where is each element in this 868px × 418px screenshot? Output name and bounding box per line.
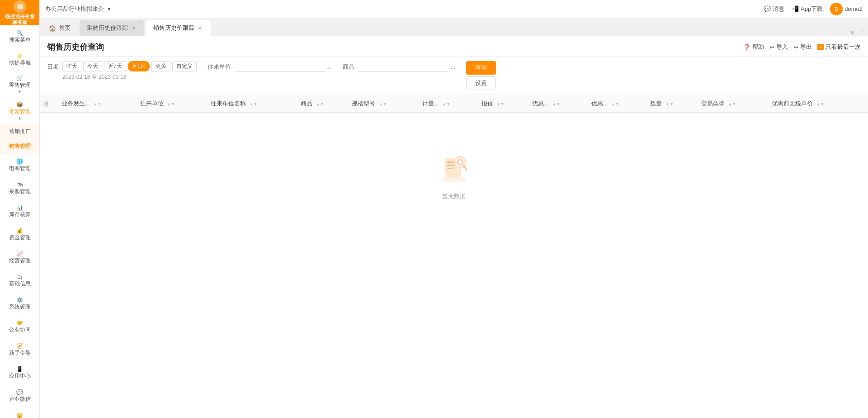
apps-label: 应用中心 <box>9 372 31 380</box>
col-partner-code[interactable]: 往来单位 ▲▼ <box>137 95 207 113</box>
tab-home[interactable]: 🏠 首页 <box>42 20 78 36</box>
sidebar-item-retail[interactable]: 🛒 零售管理 ▼ <box>0 71 40 98</box>
ecommerce-label: 电商管理 <box>9 165 31 172</box>
username-label: demo2 <box>844 5 863 12</box>
sidebar-item-apps[interactable]: 📱 应用中心 <box>0 361 40 385</box>
message-icon: 💬 <box>764 5 771 12</box>
page-content: 销售历史价查询 ❓ 帮助 ↩ 导入 ↪ 导出 ✓ 只看最后一次 <box>40 36 868 418</box>
sort-partner-name-icon: ▲▼ <box>250 102 258 106</box>
col-unit[interactable]: 计量... ▲▼ <box>419 95 478 113</box>
goods-input[interactable] <box>358 61 448 72</box>
member-icon: 👑 <box>16 412 23 418</box>
sidebar-item-marketing[interactable]: 营销推广 <box>0 124 40 139</box>
date-btn-custom[interactable]: 自定义 <box>172 61 197 71</box>
wholesale-arrow-icon: ▲ <box>18 115 22 120</box>
enterprise-icon: 🤝 <box>16 320 23 326</box>
col-discount1[interactable]: 优惠... ▲▼ <box>528 95 588 113</box>
col-spec[interactable]: 规格型号 ▲▼ <box>348 95 419 113</box>
user-menu[interactable]: D demo2 <box>830 3 863 15</box>
maximize-icon[interactable]: ⛶ <box>859 29 864 36</box>
topbar-dropdown-icon[interactable]: ▾ <box>108 5 111 12</box>
tab-sales-close-icon[interactable]: ✕ <box>197 24 203 32</box>
view-last-checkbox[interactable]: ✓ 只看最后一次 <box>817 43 861 51</box>
message-button[interactable]: 💬 消息 <box>764 5 784 13</box>
guide-label: 新手引导 <box>9 349 31 357</box>
import-button[interactable]: ↩ 导入 <box>769 43 788 51</box>
app-download-button[interactable]: 📲 App下载 <box>792 5 823 13</box>
date-btn-7days[interactable]: 近7天 <box>104 61 126 71</box>
apps-icon: 📱 <box>16 366 23 372</box>
empty-state: 暂无数据 <box>40 113 868 237</box>
partner-input[interactable] <box>235 61 325 72</box>
date-btn-1month[interactable]: 近1月 <box>128 61 150 71</box>
sidebar-item-wechat[interactable]: 💬 企业微信 <box>0 385 40 408</box>
sidebar-item-wholesale[interactable]: 📦 批发管理 ▲ <box>0 98 40 124</box>
logo-icon: 畅 <box>13 0 27 14</box>
sidebar: 畅 畅捷通好生意 标准版 🔍 搜索菜单 ⚡ 快捷导航 🛒 零售管理 ▼ 📦 批发… <box>0 0 40 418</box>
col-trade-type-label: 交易类型 <box>701 100 725 107</box>
tab-sales-history[interactable]: 销售历史价跟踪 ✕ <box>146 20 211 36</box>
import-icon: ↩ <box>769 44 774 51</box>
sidebar-item-basic[interactable]: 🗂 基础信息 <box>0 269 40 292</box>
sidebar-item-finance[interactable]: 💰 资金管理 <box>0 223 40 246</box>
col-partner-code-label: 往来单位 <box>140 100 164 107</box>
col-settings-icon[interactable]: ⚙ <box>43 100 49 107</box>
goods-input-dots[interactable]: ... <box>450 63 455 70</box>
sidebar-item-sales[interactable]: 销售管理 <box>0 139 40 154</box>
col-quote[interactable]: 报价 ▲▼ <box>478 95 529 113</box>
page-header: 销售历史价查询 ❓ 帮助 ↩ 导入 ↪ 导出 ✓ 只看最后一次 <box>40 36 868 57</box>
partner-input-dots[interactable]: ... <box>327 63 332 70</box>
sidebar-search-label: 搜索菜单 <box>9 36 31 44</box>
col-goods[interactable]: 商品 ▲▼ <box>297 95 348 113</box>
sidebar-item-operations[interactable]: 📈 经营管理 <box>0 246 40 269</box>
sidebar-item-purchase[interactable]: 🛍 采购管理 <box>0 177 40 200</box>
sidebar-item-search[interactable]: 🔍 搜索菜单 <box>0 25 40 48</box>
col-partner-name[interactable]: 往来单位名称 ▲▼ <box>207 95 297 113</box>
user-avatar: D <box>830 3 843 15</box>
col-biz-date[interactable]: 业务发生... ▲▼ <box>58 95 137 113</box>
export-button[interactable]: ↪ 导出 <box>793 43 812 51</box>
col-trade-type[interactable]: 交易类型 ▲▼ <box>698 95 768 113</box>
close-tab-icon[interactable]: ✕ <box>850 29 855 36</box>
date-btn-yesterday[interactable]: 昨天 <box>62 61 81 71</box>
date-btn-more[interactable]: 更多 <box>151 61 170 71</box>
tab-purchase-history[interactable]: 采购历史价跟踪 ✕ <box>80 20 144 36</box>
empty-text: 暂无数据 <box>442 192 466 200</box>
sidebar-item-member[interactable]: 👑 畅会员 <box>0 408 40 418</box>
col-discount2[interactable]: 优惠... ▲▼ <box>588 95 647 113</box>
table-header: ⚙ 业务发生... ▲▼ 往来单位 ▲▼ 往来单位名称 ▲▼ <box>40 95 868 113</box>
basic-label: 基础信息 <box>9 280 31 288</box>
sort-quantity-icon: ▲▼ <box>665 102 674 106</box>
sort-partner-code-icon: ▲▼ <box>167 102 175 106</box>
tab-purchase-close-icon[interactable]: ✕ <box>131 24 137 32</box>
page-actions: ❓ 帮助 ↩ 导入 ↪ 导出 ✓ 只看最后一次 <box>743 43 861 51</box>
col-pretax-price[interactable]: 优惠前无税单价 ▲▼ <box>768 95 868 113</box>
main-area: 办公用品行业模拟账套 ▾ 💬 消息 📲 App下载 D demo2 🏠 首页 采… <box>40 0 868 418</box>
filter-action-btns: 查询 设置 <box>466 61 496 90</box>
export-label: 导出 <box>800 43 812 51</box>
sidebar-item-system[interactable]: ⚙️ 系统管理 <box>0 292 40 315</box>
sidebar-item-enterprise[interactable]: 🤝 企业协同 <box>0 315 40 338</box>
help-button[interactable]: ❓ 帮助 <box>743 43 764 51</box>
topbar-left: 办公用品行业模拟账套 ▾ <box>45 5 111 13</box>
table-container: ⚙ 业务发生... ▲▼ 往来单位 ▲▼ 往来单位名称 ▲▼ <box>40 95 868 418</box>
sidebar-item-quicknav[interactable]: ⚡ 快捷导航 <box>0 48 40 71</box>
sidebar-item-inventory[interactable]: 📊 库存核算 <box>0 200 40 223</box>
system-label: 系统管理 <box>9 303 31 311</box>
home-icon: 🏠 <box>49 25 56 32</box>
date-filter-group: 日期 昨天 今天 近7天 近1月 更多 自定义 2023-02-18 至 202… <box>47 61 197 81</box>
sort-discount1-icon: ▲▼ <box>552 102 561 106</box>
sort-pretax-price-icon: ▲▼ <box>816 102 825 106</box>
inventory-label: 库存核算 <box>9 211 31 218</box>
col-partner-name-label: 往来单位名称 <box>211 100 246 107</box>
sidebar-item-guide[interactable]: 🧭 新手引导 <box>0 338 40 361</box>
col-quantity[interactable]: 数量 ▲▼ <box>646 95 698 113</box>
app-logo: 畅 畅捷通好生意 标准版 <box>0 0 40 25</box>
settings-button[interactable]: 设置 <box>466 76 496 90</box>
sidebar-item-ecommerce[interactable]: 🌐 电商管理 <box>0 154 40 177</box>
query-button[interactable]: 查询 <box>466 61 496 75</box>
checkbox-icon: ✓ <box>817 44 824 50</box>
partner-filter-group: 往来单位 ... <box>208 61 332 72</box>
date-btn-today[interactable]: 今天 <box>83 61 102 71</box>
page-title: 销售历史价查询 <box>47 42 104 52</box>
